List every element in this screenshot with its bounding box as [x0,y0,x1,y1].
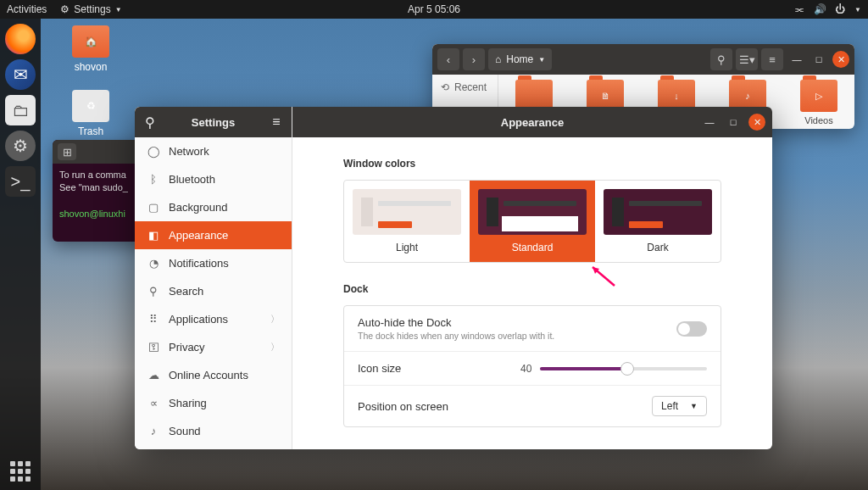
sidebar-item-label: Applications [169,313,228,326]
row-autohide: Auto-hide the Dock The dock hides when a… [344,306,721,352]
chevron-down-icon[interactable]: ▼ [854,6,861,14]
search-button[interactable]: ⚲ [135,114,165,131]
row-iconsize: Icon size 40 [344,352,721,386]
chevron-down-icon: ▼ [115,6,122,14]
show-applications-button[interactable] [10,461,31,482]
hamburger-button[interactable]: ≡ [261,114,292,130]
activities-button[interactable]: Activities [7,3,47,15]
sidebar-item-search[interactable]: ⚲Search [135,277,292,305]
sidebar-recent[interactable]: Recent [454,81,487,93]
autohide-label: Auto-hide the Dock [358,316,676,329]
sidebar-item-background[interactable]: ▢Background [135,193,292,221]
close-button[interactable]: ✕ [748,114,765,131]
sidebar-item-bluetooth[interactable]: ᛒBluetooth [135,165,292,193]
sidebar-item-appearance[interactable]: ◧Appearance [135,221,292,249]
section-title-dock: Dock [343,283,721,295]
recent-icon: ⟲ [441,81,449,93]
search-button[interactable]: ⚲ [710,48,732,70]
dock-settings[interactable]: ⚙ [5,131,36,161]
sidebar-item-label: Notifications [169,257,229,270]
settings-sidebar-header: ⚲ Settings ≡ [135,107,292,137]
path-label: Home [506,53,533,65]
folder-label: Videos [800,115,837,125]
dock-thunderbird[interactable]: ✉ [5,59,36,90]
annotation-arrow [591,265,620,294]
sidebar-item-label: Search [169,285,203,298]
sidebar-item-label: Online Accounts [169,369,248,381]
settings-main: Appearance — □ ✕ Window colors Light Sta… [292,107,772,449]
close-button[interactable]: ✕ [832,51,849,68]
dock-files[interactable]: 🗀 [5,95,36,125]
sidebar-item-sharing[interactable]: ∝Sharing [135,389,292,417]
volume-icon[interactable]: 🔊 [814,3,826,15]
theme-label: Dark [647,242,668,253]
path-bar[interactable]: ⌂ Home ▼ [488,48,552,70]
new-tab-button[interactable]: ⊞ [58,143,76,160]
position-select[interactable]: Left ▼ [652,396,707,416]
iconsize-value: 40 [520,363,531,375]
sidebar-item-label: Sound [169,425,201,437]
dock-terminal[interactable]: >_ [5,166,36,197]
network-icon: ◯ [147,145,160,158]
position-label: Position on screen [358,400,652,413]
section-title-window-colors: Window colors [343,158,721,170]
settings-sidebar: ⚲ Settings ≡ ◯Network ᛒBluetooth ▢Backgr… [135,107,292,449]
power-icon[interactable]: ⏻ [834,3,846,15]
theme-standard[interactable]: Standard [470,181,595,262]
background-icon: ▢ [147,201,160,214]
chevron-down-icon: ▼ [690,402,698,410]
folder-item[interactable]: ▷Videos [800,80,837,124]
sidebar-item-notifications[interactable]: ◔Notifications [135,249,292,277]
theme-selector: Light Standard Dark [343,180,721,263]
main-title: Appearance [501,116,564,129]
settings-nav-list: ◯Network ᛒBluetooth ▢Background ◧Appeara… [135,137,292,449]
position-value: Left [661,400,678,412]
share-icon: ∝ [147,397,160,409]
iconsize-label: Icon size [358,362,520,375]
view-list-button[interactable]: ☰▾ [736,48,758,70]
appearance-icon: ◧ [147,229,160,242]
desktop-home-folder[interactable]: 🏠 shovon [64,25,118,73]
autohide-switch[interactable] [676,321,707,337]
minimize-button[interactable]: — [701,114,718,131]
sidebar-item-label: Bluetooth [169,173,215,186]
settings-content: Window colors Light Standard Dark Dock [292,137,772,449]
sidebar-item-online-accounts[interactable]: ☁Online Accounts [135,361,292,389]
home-icon: ⌂ [495,53,501,65]
terminal-prompt: shovon@linuxhi [59,209,125,219]
sidebar-item-label: Privacy [169,341,205,354]
forward-button[interactable]: › [463,48,485,70]
autohide-sublabel: The dock hides when any windows overlap … [358,331,676,341]
minimize-button[interactable]: — [788,51,805,68]
sidebar-item-network[interactable]: ◯Network [135,137,292,165]
theme-label: Light [396,242,418,253]
chevron-down-icon: ▼ [538,56,545,64]
cloud-icon: ☁ [147,369,160,381]
chevron-right-icon: 〉 [270,313,280,326]
desktop-trash[interactable]: ♻ Trash [64,90,118,137]
sound-icon: ♪ [147,425,160,437]
theme-light[interactable]: Light [344,181,470,262]
desktop-icon-label: shovon [64,61,118,73]
sidebar-item-privacy[interactable]: ⚿Privacy〉 [135,333,292,361]
sidebar-item-applications[interactable]: ⠿Applications〉 [135,305,292,333]
maximize-button[interactable]: □ [810,51,827,68]
sidebar-item-label: Background [169,201,227,214]
bluetooth-icon: ᛒ [147,173,160,186]
folder-icon: 🏠 [72,25,109,58]
theme-preview [478,189,587,235]
maximize-button[interactable]: □ [725,114,742,131]
app-menu-label: Settings [74,3,110,15]
theme-label: Standard [512,242,554,253]
network-icon[interactable]: ⫘ [793,3,805,15]
dock-firefox[interactable] [5,24,36,54]
back-button[interactable]: ‹ [437,48,459,70]
hamburger-button[interactable]: ≡ [761,48,783,70]
app-menu[interactable]: ⚙ Settings ▼ [60,3,121,15]
clock[interactable]: Apr 5 05:06 [408,3,460,15]
row-position: Position on screen Left ▼ [344,386,721,426]
theme-dark[interactable]: Dark [595,181,721,262]
settings-main-header: Appearance — □ ✕ [292,107,772,137]
sidebar-item-sound[interactable]: ♪Sound [135,417,292,445]
iconsize-slider[interactable] [540,367,707,370]
